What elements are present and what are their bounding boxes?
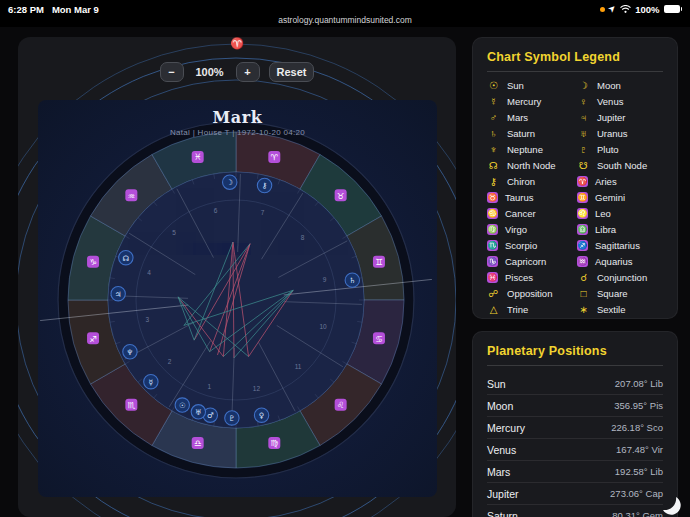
venus-icon: ♀ <box>259 411 265 420</box>
legend-label: Opposition <box>507 288 552 299</box>
battery-icon <box>664 5 683 13</box>
planet-neptune[interactable]: ♆ <box>123 345 137 359</box>
planet-sun[interactable]: ☉ <box>175 398 189 412</box>
house-number: 3 <box>146 316 150 323</box>
house-number: 10 <box>319 323 327 330</box>
planet-chiron[interactable]: ⚷ <box>257 178 271 192</box>
position-row-venus: Venus167.48° Vir <box>487 439 663 461</box>
planet-north-node[interactable]: ☊ <box>119 251 133 265</box>
legend-item-taurus: ♉Taurus <box>487 191 573 204</box>
body-name: Moon <box>487 400 513 412</box>
legend-label: North Node <box>507 160 556 171</box>
square-icon: □ <box>577 288 590 299</box>
uranus-icon: ♅ <box>195 408 202 417</box>
body-name: Venus <box>487 444 516 456</box>
chiron-icon: ⚷ <box>262 181 268 190</box>
legend-label: Sextile <box>597 304 626 315</box>
planet-mercury[interactable]: ☿ <box>144 375 158 389</box>
url-text[interactable]: astrology.quantummindsunited.com <box>278 15 412 25</box>
legend-item-conjunction: ☌Conjunction <box>577 271 663 284</box>
legend-item-chiron: ⚷Chiron <box>487 175 573 188</box>
jupiter-icon: ♃ <box>577 112 590 123</box>
conjunction-icon: ☌ <box>577 272 590 283</box>
legend-label: Saturn <box>507 128 535 139</box>
planet-uranus[interactable]: ♅ <box>191 405 205 419</box>
position-row-saturn: Saturn80.31° Gem <box>487 505 663 517</box>
mars-icon: ♂ <box>207 411 214 420</box>
legend-label: Libra <box>595 224 616 235</box>
natal-wheel[interactable]: ♈♉♊♋♌♍♎♏♐♑♒♓123456789101112☽⚷♄♀♇♂♅☉☿♆♃☊ <box>38 100 437 497</box>
chart-symbol-legend-panel: Chart Symbol Legend ☉Sun☽Moon☿Mercury♀Ve… <box>472 37 678 319</box>
planet-saturn[interactable]: ♄ <box>345 273 359 287</box>
zoom-controls: − 100% + Reset <box>18 62 456 82</box>
legend-label: Sagittarius <box>595 240 640 251</box>
location-arrow-icon: ➤ <box>608 4 618 14</box>
trine-icon: △ <box>487 304 500 315</box>
capricorn-icon: ♑ <box>487 256 498 267</box>
url-bar[interactable]: astrology.quantummindsunited.com <box>0 14 690 27</box>
positions-title: Planetary Positions <box>487 341 663 365</box>
pisces-icon: ♓ <box>194 152 202 162</box>
legend-item-scorpio: ♏Scorpio <box>487 239 573 252</box>
legend-label: Gemini <box>595 192 625 203</box>
legend-item-pisces: ♓Pisces <box>487 271 573 284</box>
body-position: 207.08° Lib <box>615 378 663 389</box>
aquarius-icon: ♒ <box>577 256 588 267</box>
mercury-icon: ☿ <box>487 96 500 107</box>
legend-item-sagittarius: ♐Sagittarius <box>577 239 663 252</box>
virgo-icon: ♍ <box>270 438 278 448</box>
legend-label: Aquarius <box>595 256 633 267</box>
mercury-icon: ☿ <box>149 378 154 387</box>
legend-item-aquarius: ♒Aquarius <box>577 255 663 268</box>
jupiter-icon: ♃ <box>115 290 122 299</box>
ipad-screen: { "colors": { "accent_yellow": "#f2d430"… <box>0 0 690 517</box>
legend-item-north-node: ☊North Node <box>487 159 573 172</box>
chart-canvas[interactable]: Mark Natal | House T | 1972-10-20 04:20 … <box>38 100 437 497</box>
legend-label: Pluto <box>597 144 619 155</box>
planet-pluto[interactable]: ♇ <box>225 411 239 425</box>
legend-item-pluto: ♇Pluto <box>577 143 663 156</box>
legend-label: Pisces <box>505 272 533 283</box>
body-position: 167.48° Vir <box>616 444 663 455</box>
planetary-positions-panel: Planetary Positions Sun207.08° LibMoon35… <box>472 331 678 517</box>
legend-grid: ☉Sun☽Moon☿Mercury♀Venus♂Mars♃Jupiter♄Sat… <box>487 79 663 315</box>
house-number: 5 <box>172 229 176 236</box>
saturn-icon: ♄ <box>487 128 500 139</box>
legend-item-jupiter: ♃Jupiter <box>577 111 663 124</box>
legend-item-trine: △Trine <box>487 303 573 316</box>
zoom-out-button[interactable]: − <box>160 62 184 82</box>
sun-icon: ☉ <box>487 80 500 91</box>
uranus-icon: ♅ <box>577 128 590 139</box>
divider <box>487 365 663 366</box>
reset-button[interactable]: Reset <box>269 62 315 82</box>
legend-item-leo: ♌Leo <box>577 207 663 220</box>
body-name: Mars <box>487 466 510 478</box>
planet-moon[interactable]: ☽ <box>223 175 237 189</box>
moon-icon: ☽ <box>226 178 233 187</box>
chart-title: Mark <box>38 108 437 127</box>
body-position: 356.95° Pis <box>614 400 663 411</box>
neptune-icon: ♆ <box>127 348 134 357</box>
legend-item-cancer: ♋Cancer <box>487 207 573 220</box>
legend-label: Trine <box>507 304 528 315</box>
planet-venus[interactable]: ♀ <box>254 408 268 422</box>
legend-label: Mercury <box>507 96 541 107</box>
planet-jupiter[interactable]: ♃ <box>111 287 125 301</box>
libra-icon: ♎ <box>577 224 588 235</box>
zoom-in-button[interactable]: + <box>236 62 260 82</box>
positions-table: Sun207.08° LibMoon356.95° PisMercury226.… <box>487 373 663 517</box>
body-name: Mercury <box>487 422 525 434</box>
taurus-icon: ♉ <box>487 192 498 203</box>
cancer-icon: ♋ <box>375 334 383 344</box>
legend-label: Square <box>597 288 628 299</box>
legend-label: Virgo <box>505 224 527 235</box>
legend-label: Scorpio <box>505 240 537 251</box>
body-position: 80.31° Gem <box>612 510 663 517</box>
battery-percent: 100% <box>635 4 659 15</box>
dark-mode-moon-button[interactable] <box>662 496 682 517</box>
legend-label: Mars <box>507 112 528 123</box>
leo-icon: ♌ <box>577 208 588 219</box>
capricorn-icon: ♑ <box>89 257 97 267</box>
legend-item-moon: ☽Moon <box>577 79 663 92</box>
legend-item-uranus: ♅Uranus <box>577 127 663 140</box>
